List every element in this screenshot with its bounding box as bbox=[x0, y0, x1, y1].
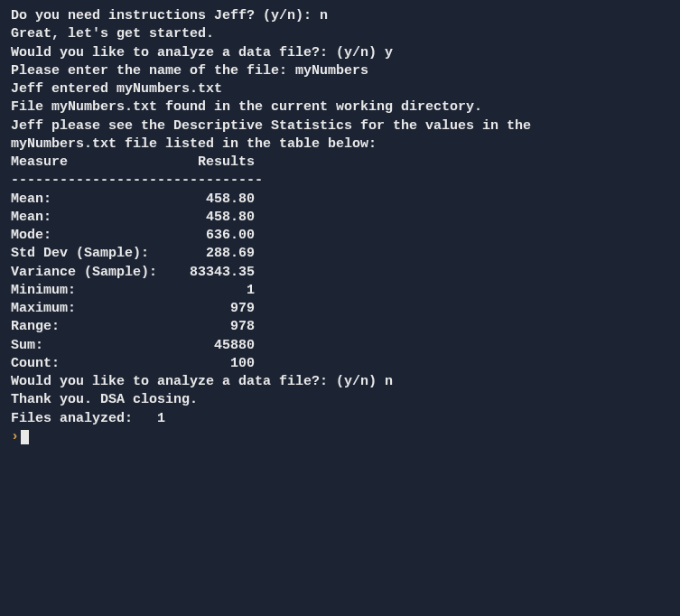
prompt-instructions: Do you need instructions Jeff? (y/n): n bbox=[11, 7, 669, 25]
stats-intro-line: Jeff please see the Descriptive Statisti… bbox=[11, 117, 669, 135]
prompt-analyze-2: Would you like to analyze a data file?: … bbox=[11, 373, 669, 391]
table-row: Range: 978 bbox=[11, 318, 669, 336]
thank-you-line: Thank you. DSA closing. bbox=[11, 391, 669, 409]
stats-intro-line: myNumbers.txt file listed in the table b… bbox=[11, 135, 669, 154]
table-row: Count: 100 bbox=[11, 355, 669, 373]
get-started-line: Great, let's get started. bbox=[11, 25, 669, 43]
table-header: Measure Results bbox=[11, 154, 669, 172]
table-row: Mode: 636.00 bbox=[11, 227, 669, 245]
cursor-icon bbox=[21, 430, 29, 444]
shell-prompt[interactable]: › bbox=[11, 428, 669, 446]
table-divider: ------------------------------- bbox=[11, 172, 669, 190]
table-row: Std Dev (Sample): 288.69 bbox=[11, 245, 669, 263]
table-row: Minimum: 1 bbox=[11, 282, 669, 300]
terminal-output[interactable]: Do you need instructions Jeff? (y/n): n … bbox=[11, 7, 669, 446]
files-analyzed-line: Files analyzed: 1 bbox=[11, 410, 669, 428]
table-row: Mean: 458.80 bbox=[11, 209, 669, 227]
table-row: Mean: 458.80 bbox=[11, 191, 669, 209]
file-found-line: File myNumbers.txt found in the current … bbox=[11, 98, 669, 117]
prompt-symbol-icon: › bbox=[11, 428, 19, 446]
prompt-analyze-1: Would you like to analyze a data file?: … bbox=[11, 44, 669, 62]
entered-filename-line: Jeff entered myNumbers.txt bbox=[11, 80, 669, 98]
table-row: Maximum: 979 bbox=[11, 300, 669, 318]
table-row: Sum: 45880 bbox=[11, 337, 669, 355]
table-row: Variance (Sample): 83343.35 bbox=[11, 264, 669, 282]
prompt-filename: Please enter the name of the file: myNum… bbox=[11, 62, 669, 80]
